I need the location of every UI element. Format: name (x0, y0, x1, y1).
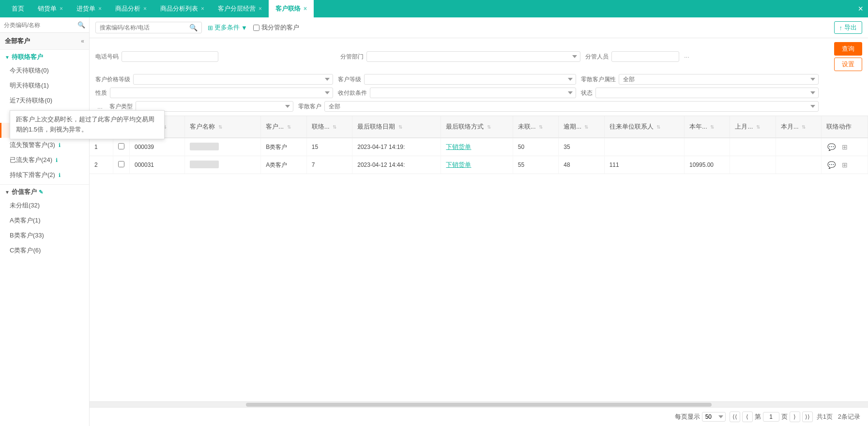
sort-contacts-icon[interactable]: ⇅ (656, 124, 660, 130)
td-this-month-1 (776, 138, 821, 156)
close-customer-contact[interactable]: × (304, 5, 307, 12)
sidebar-b-customers[interactable]: B类客户(33) (0, 228, 89, 243)
export-btn[interactable]: ↑ 导出 (834, 21, 863, 34)
sidebar-lost[interactable]: 已流失客户(24) ℹ (0, 153, 89, 168)
sidebar-all-customers[interactable]: 全部客户 « (0, 33, 89, 50)
page-nav: ⟨⟨ ⟨ 第 页 ⟩ ⟩⟩ (730, 411, 813, 422)
close-sales-order[interactable]: × (60, 5, 63, 12)
th-uncontacted: 未联... ⇅ (513, 116, 558, 138)
lost-info-icon[interactable]: ℹ (56, 157, 58, 163)
sidebar-collapse-btn[interactable]: « (81, 38, 84, 44)
action-chat-2[interactable]: 💬 (826, 160, 836, 170)
nav-customer-segment[interactable]: 客户分层经营 × (211, 0, 269, 17)
phone-input[interactable] (122, 51, 218, 62)
sort-overdue-icon[interactable]: ⇅ (584, 124, 588, 130)
top-nav: 首页 销货单 × 进货单 × 商品分析 × 商品分析列表 × 客户分层经营 × … (0, 0, 868, 17)
scrollbar-thumb[interactable] (246, 403, 712, 407)
extra-dots[interactable]: ... (95, 103, 105, 110)
value-group-edit-icon[interactable]: ✎ (39, 189, 43, 195)
sort-this-year-icon[interactable]: ⇅ (710, 124, 714, 130)
setting-btn[interactable]: 设置 (834, 58, 862, 71)
action-more-1[interactable]: ⊞ (840, 142, 850, 152)
waiting-group-arrow: ▼ (5, 55, 10, 60)
sidebar-value-group[interactable]: ▼ 价值客户 ✎ (0, 184, 89, 198)
search-icon[interactable]: 🔍 (189, 24, 198, 31)
close-purchase-order[interactable]: × (98, 5, 102, 12)
td-checkbox-1 (113, 138, 130, 156)
sort-name-icon[interactable]: ⇅ (218, 124, 222, 130)
dept-select[interactable] (366, 51, 580, 62)
per-page-select[interactable]: 10 20 50 100 (702, 412, 726, 422)
adv-filter-row2: 客户价格等级 客户等级 零散客户属性 全部 (95, 74, 862, 85)
sort-date-icon[interactable]: ⇅ (398, 124, 402, 130)
method-link-2[interactable]: 下销货单 (446, 161, 471, 168)
more-conditions-btn[interactable]: ⊞ 更多条件 ▼ (208, 23, 247, 32)
method-link-1[interactable]: 下销货单 (446, 143, 471, 150)
next-page-btn[interactable]: ⟩ (790, 411, 800, 422)
sort-contact-icon[interactable]: ⇅ (333, 124, 336, 130)
close-product-analysis[interactable]: × (143, 5, 147, 12)
horizontal-scrollbar[interactable] (90, 401, 868, 407)
sort-this-month-icon[interactable]: ⇅ (802, 124, 806, 130)
sidebar-lost-preview[interactable]: 流失预警客户(3) ℹ (0, 138, 89, 153)
sidebar-ungroup[interactable]: 未分组(32) (0, 198, 89, 213)
payment-select[interactable] (370, 88, 576, 98)
my-customers-checkbox-label[interactable]: 我分管的客户 (253, 23, 299, 32)
nav-sales-order[interactable]: 销货单 × (31, 0, 70, 17)
sort-method-icon[interactable]: ⇅ (487, 124, 491, 130)
filter-bar: 🔍 ⊞ 更多条件 ▼ 我分管的客户 ↑ 导出 (90, 17, 868, 38)
td-action-2: 💬 ⊞ (822, 156, 868, 174)
sidebar-c-customers[interactable]: C类客户(6) (0, 243, 89, 258)
manager-dots[interactable]: ··· (682, 53, 691, 60)
nav-customer-contact[interactable]: 客户联络 × (269, 0, 314, 17)
first-page-btn[interactable]: ⟨⟨ (730, 411, 740, 422)
nav-product-analysis[interactable]: 商品分析 × (108, 0, 153, 17)
retail-attr-select[interactable]: 全部 (619, 74, 819, 85)
close-product-list[interactable]: × (201, 5, 204, 12)
price-level-select[interactable] (133, 74, 333, 85)
td-code-2: 000031 (130, 156, 185, 174)
sidebar-search-icon[interactable]: 🔍 (77, 21, 85, 29)
sidebar-tomorrow-contact[interactable]: 明天待联络(1) (0, 78, 89, 93)
content-area: 🔍 ⊞ 更多条件 ▼ 我分管的客户 ↑ 导出 电话号码 (90, 17, 868, 426)
sort-level-icon[interactable]: ⇅ (287, 124, 291, 130)
sidebar-a-customers[interactable]: A类客户(1) (0, 213, 89, 228)
td-contacts-2: 111 (604, 156, 684, 174)
declining-info-icon[interactable]: ℹ (59, 172, 61, 178)
row1-checkbox[interactable] (118, 143, 124, 149)
current-page-input[interactable] (763, 412, 779, 422)
gender-label: 性质 (95, 89, 107, 97)
close-customer-segment[interactable]: × (259, 5, 262, 12)
nav-product-analysis-list[interactable]: 商品分析列表 × (153, 0, 211, 17)
query-btn[interactable]: 查询 (834, 42, 862, 56)
gender-select[interactable] (110, 88, 333, 98)
sort-last-month-icon[interactable]: ⇅ (756, 124, 760, 130)
sidebar-declining[interactable]: 持续下滑客户(2) ℹ (0, 168, 89, 183)
customer-level-select[interactable] (364, 74, 576, 85)
nav-purchase-order[interactable]: 进货单 × (70, 0, 108, 17)
sidebar-waiting-group[interactable]: ▼ 待联络客户 (0, 50, 89, 63)
adv-filter: 电话号码 分管部门 分管人员 ··· 查询 设置 (90, 38, 868, 116)
action-more-2[interactable]: ⊞ (840, 160, 850, 170)
last-page-btn[interactable]: ⟩⟩ (802, 411, 813, 422)
search-input[interactable] (100, 24, 187, 31)
td-this-year-2: 10995.00 (684, 156, 730, 174)
row2-checkbox[interactable] (118, 161, 124, 167)
sidebar-search-input[interactable] (4, 22, 77, 29)
status-select[interactable] (595, 88, 819, 98)
action-chat-1[interactable]: 💬 (826, 142, 836, 152)
lost-preview-info-icon[interactable]: ℹ (59, 142, 61, 148)
th-last-month: 上月... ⇅ (730, 116, 776, 138)
sidebar-7days-contact[interactable]: 近7天待联络(0) (0, 93, 89, 108)
sort-uncontacted-icon[interactable]: ⇅ (539, 124, 543, 130)
my-customers-checkbox[interactable] (253, 25, 259, 31)
close-all-tabs[interactable]: × (858, 4, 863, 14)
table-container: ⚙ 客户编码 ⇅ 客户名称 ⇅ (90, 116, 868, 401)
nav-home[interactable]: 首页 (5, 0, 31, 17)
tooltip-box: 距客户上次交易时长，超过了此客户的平均交易周期的1.5倍，则视为异常。 (10, 110, 165, 139)
manager-input[interactable] (611, 51, 679, 62)
table-row: 1 000039 B类客户 15 2023-04-17 14:19: 下销货单 (90, 138, 868, 156)
prev-page-btn[interactable]: ⟨ (742, 411, 753, 422)
sidebar-today-contact[interactable]: 今天待联络(0) (0, 63, 89, 78)
retail-customer-select[interactable]: 全部 (324, 101, 819, 112)
